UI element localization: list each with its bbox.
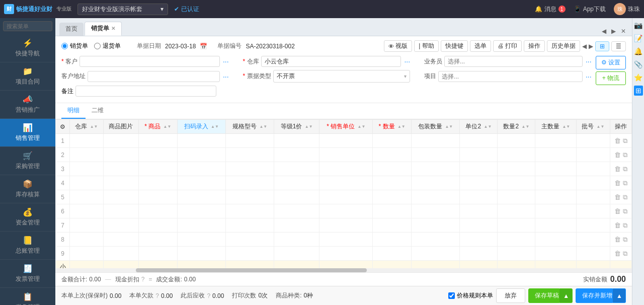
sidebar-item-funds[interactable]: 💰 资金管理 bbox=[0, 203, 55, 232]
discount: 现金折扣 ? bbox=[115, 275, 145, 284]
price-rule-checkbox-label[interactable]: 价格规则本单 bbox=[448, 291, 493, 300]
tab-close-icon[interactable]: ✕ bbox=[111, 26, 115, 31]
right-panel-note-icon[interactable]: 📝 bbox=[633, 33, 643, 43]
delete-row-icon[interactable]: 🗑 bbox=[614, 236, 621, 244]
sidebar-item-purchase[interactable]: 🛒 采购管理 bbox=[0, 147, 55, 175]
staff-dots-btn[interactable]: ··· bbox=[586, 57, 592, 65]
delete-row-icon[interactable]: 🗑 bbox=[614, 207, 621, 215]
copy-row-icon[interactable]: ⧉ bbox=[623, 250, 627, 258]
tab-2d[interactable]: 二维 bbox=[86, 103, 110, 119]
right-panel-star-icon[interactable]: ⭐ bbox=[633, 72, 643, 83]
right-panel-attach-icon[interactable]: 📎 bbox=[633, 59, 643, 69]
save-new-button[interactable]: 保存并新增 bbox=[576, 288, 613, 303]
search-input[interactable] bbox=[3, 21, 52, 31]
sidebar-item-project[interactable]: 📁 项目合同 bbox=[0, 62, 55, 91]
company-selector[interactable]: 好业财专业版演示帐套 ▾ bbox=[77, 4, 168, 15]
add-logistics-button[interactable]: + 物流 bbox=[596, 71, 626, 85]
sidebar-item-tax[interactable]: 📋 税务管理 bbox=[0, 288, 55, 305]
remark-input[interactable] bbox=[75, 86, 216, 97]
abandon-button[interactable]: 放弃 bbox=[496, 288, 525, 303]
right-panel-camera-icon[interactable]: 📷 bbox=[633, 20, 643, 30]
tab-home[interactable]: 首页 bbox=[59, 23, 84, 36]
sidebar-item-general[interactable]: 📒 总账管理 bbox=[0, 232, 55, 260]
tab-detail[interactable]: 明细 bbox=[61, 103, 86, 119]
delete-row-icon[interactable]: 🗑 bbox=[614, 193, 621, 201]
tab-prev-icon[interactable]: ◀ bbox=[600, 27, 608, 36]
toolbar-select-btn[interactable]: 选单 bbox=[470, 40, 491, 52]
tab-sales-order[interactable]: 销货单 ✕ bbox=[85, 22, 122, 36]
customer-input[interactable] bbox=[79, 56, 220, 67]
sidebar-item-invoice[interactable]: 🧾 发票管理 bbox=[0, 260, 55, 288]
toolbar-prev-icon[interactable]: ◀ bbox=[582, 43, 587, 50]
form-top-bar: 销货单 退货单 单据日期 2023-03-18 📅 单据编号 SA-202303… bbox=[61, 40, 626, 52]
copy-row-icon[interactable]: ⧉ bbox=[623, 179, 627, 187]
delete-row-icon[interactable]: 🗑 bbox=[614, 165, 621, 173]
radio-return-input[interactable] bbox=[94, 43, 101, 49]
toolbar-view-btn[interactable]: 👁 视版 bbox=[384, 40, 412, 52]
invoice-select[interactable]: 不开票 ▾ bbox=[273, 70, 411, 83]
toolbar-help-btn[interactable]: | 帮助 bbox=[414, 40, 438, 52]
settings-icon[interactable]: ⚙ bbox=[60, 123, 65, 130]
copy-row-icon[interactable]: ⧉ bbox=[623, 151, 627, 159]
radio-sales-label[interactable]: 销货单 bbox=[61, 42, 88, 50]
setting-button[interactable]: ⚙ 设置 bbox=[596, 56, 626, 69]
col-batch-import[interactable]: 扫码录入 ▲▼ bbox=[177, 120, 225, 134]
discount-help-icon[interactable]: ? bbox=[141, 276, 145, 283]
sidebar-item-sales[interactable]: 📊 销售管理 bbox=[0, 119, 55, 147]
right-panel-bell-icon[interactable]: 🔔 bbox=[633, 46, 643, 56]
delete-row-icon[interactable]: 🗑 bbox=[614, 151, 621, 159]
toolbar-shortcut-btn[interactable]: 快捷键 bbox=[441, 40, 468, 52]
copy-row-icon[interactable]: ⧉ bbox=[623, 193, 627, 201]
messages-button[interactable]: 🔔 消息 1 bbox=[535, 5, 566, 14]
price-rule-checkbox[interactable] bbox=[448, 292, 455, 299]
delete-row-icon[interactable]: 🗑 bbox=[614, 221, 621, 230]
toolbar-history-btn[interactable]: 历史单据 bbox=[547, 40, 580, 52]
stat2-help-icon[interactable]: ? bbox=[155, 292, 159, 299]
tab-bar: 首页 销货单 ✕ ◀ ▶ ✕ bbox=[55, 18, 632, 36]
warehouse-dots-btn[interactable]: ··· bbox=[404, 57, 410, 65]
form-row-2: 客户地址 ··· 票据类型 不开票 ▾ 项目 bbox=[61, 70, 592, 83]
user-menu[interactable]: 珠 珠珠 bbox=[614, 3, 640, 15]
radio-return-label[interactable]: 退货单 bbox=[94, 42, 121, 50]
sidebar-item-marketing[interactable]: 📣 营销推广 bbox=[0, 91, 55, 119]
project-dots-btn[interactable]: ··· bbox=[586, 72, 592, 81]
toolbar-grid-btn[interactable]: ⊞ bbox=[595, 41, 609, 51]
footer-summary: 金额合计: 0.00 — 现金折扣 ? = 成交金额: 0.00 实销金额 0.… bbox=[55, 272, 632, 286]
right-panel-active-icon[interactable]: ⊞ bbox=[634, 86, 643, 96]
warehouse-input[interactable] bbox=[261, 56, 401, 67]
table-scrollbar[interactable] bbox=[55, 268, 632, 272]
staff-field: 业务员 ··· bbox=[424, 56, 592, 67]
sidebar-item-quicknav[interactable]: ⚡ 快捷导航 bbox=[0, 34, 55, 62]
save-draft-button[interactable]: 保存草稿 bbox=[528, 288, 559, 303]
delete-row-icon[interactable]: 🗑 bbox=[614, 137, 621, 145]
stat3-help-icon[interactable]: ? bbox=[207, 292, 210, 299]
radio-sales-input[interactable] bbox=[61, 43, 68, 49]
customer-dots-btn[interactable]: ··· bbox=[223, 57, 229, 65]
tab-next-icon[interactable]: ▶ bbox=[609, 27, 618, 36]
toolbar-ops-btn[interactable]: 操作 bbox=[524, 40, 545, 52]
save-draft-dropdown[interactable]: ▲ bbox=[559, 288, 573, 303]
project-input[interactable] bbox=[438, 71, 583, 82]
copy-row-icon[interactable]: ⧉ bbox=[623, 165, 627, 173]
copy-row-icon[interactable]: ⧉ bbox=[623, 137, 627, 145]
save-new-dropdown[interactable]: ▲ bbox=[613, 288, 626, 303]
toolbar-next-icon[interactable]: ▶ bbox=[589, 43, 593, 50]
delete-row-icon[interactable]: 🗑 bbox=[614, 179, 621, 187]
col-settings[interactable]: ⚙ bbox=[56, 120, 70, 134]
toolbar-print-btn[interactable]: 🖨 打印 bbox=[493, 40, 522, 52]
tab-close-all-icon[interactable]: ✕ bbox=[619, 27, 628, 36]
sidebar-item-label: 快捷导航 bbox=[16, 49, 40, 58]
address-input[interactable] bbox=[88, 71, 220, 82]
col-batch: 批号 ▲▼ bbox=[576, 120, 610, 134]
calendar-icon[interactable]: 📅 bbox=[200, 43, 207, 50]
copy-row-icon[interactable]: ⧉ bbox=[623, 221, 627, 230]
delete-row-icon[interactable]: 🗑 bbox=[614, 250, 621, 258]
address-dots-btn[interactable]: ··· bbox=[223, 72, 229, 81]
toolbar-list-btn[interactable]: ☰ bbox=[611, 41, 626, 51]
app-download-button[interactable]: 📱 App下载 bbox=[574, 5, 606, 14]
copy-row-icon[interactable]: ⧉ bbox=[623, 207, 627, 215]
sidebar-item-inventory[interactable]: 📦 库存核算 bbox=[0, 175, 55, 203]
copy-row-icon[interactable]: ⧉ bbox=[623, 236, 627, 244]
staff-input[interactable] bbox=[444, 56, 583, 67]
sort-icon: ▲▼ bbox=[259, 124, 267, 129]
